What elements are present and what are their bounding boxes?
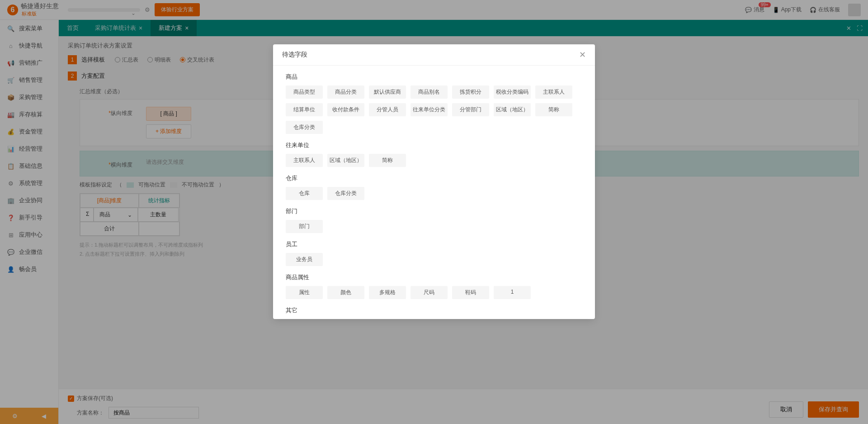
field-chip[interactable]: 简称 <box>535 103 572 116</box>
modal-close-button[interactable]: ✕ <box>579 50 586 60</box>
field-group-title: 商品属性 <box>286 273 582 281</box>
field-chip[interactable]: 区域（地区） <box>327 154 364 167</box>
field-chip[interactable]: 部门 <box>286 220 323 233</box>
field-chip[interactable]: 商品类型 <box>286 86 323 99</box>
field-group-title: 部门 <box>286 207 582 215</box>
field-chip[interactable]: 业务员 <box>286 253 323 266</box>
modal-overlay[interactable]: 待选字段 ✕ 商品商品类型商品分类默认供应商商品别名拣货积分税收分类编码主联系人… <box>0 0 868 424</box>
field-group-title: 往来单位 <box>286 141 582 149</box>
field-group: 员工业务员 <box>286 240 582 266</box>
field-chip[interactable]: 仓库分类 <box>327 187 364 200</box>
field-chip[interactable]: 拣货积分 <box>452 86 489 99</box>
field-chip[interactable]: 分管人员 <box>369 103 406 116</box>
field-chip[interactable]: 鞋码 <box>452 286 489 299</box>
field-chip[interactable]: 主联系人 <box>286 154 323 167</box>
field-chip[interactable]: 多规格 <box>369 286 406 299</box>
modal-body: 商品商品类型商品分类默认供应商商品别名拣货积分税收分类编码主联系人结算单位收付款… <box>273 66 595 319</box>
field-chip[interactable]: 颜色 <box>327 286 364 299</box>
modal-title: 待选字段 <box>282 51 307 59</box>
field-chip[interactable]: 商品别名 <box>410 86 448 99</box>
field-chip[interactable]: 属性 <box>286 286 323 299</box>
field-chip[interactable]: 往来单位分类 <box>410 103 448 116</box>
field-chip[interactable]: 分管部门 <box>452 103 489 116</box>
field-chip[interactable]: 默认供应商 <box>369 86 406 99</box>
field-selector-modal: 待选字段 ✕ 商品商品类型商品分类默认供应商商品别名拣货积分税收分类编码主联系人… <box>273 44 595 319</box>
field-group-title: 员工 <box>286 240 582 248</box>
field-chip[interactable]: 商品分类 <box>327 86 364 99</box>
field-chip[interactable]: 主联系人 <box>535 86 572 99</box>
field-chip[interactable]: 尺码 <box>410 286 448 299</box>
field-group: 往来单位主联系人区域（地区）简称 <box>286 141 582 167</box>
field-group-title: 仓库 <box>286 174 582 182</box>
field-group-title: 商品 <box>286 73 582 81</box>
field-chip[interactable]: 1 <box>494 286 531 299</box>
field-group: 其它单据日期项目 <box>286 306 582 319</box>
field-chip[interactable]: 仓库分类 <box>286 121 323 134</box>
field-group: 商品商品类型商品分类默认供应商商品别名拣货积分税收分类编码主联系人结算单位收付款… <box>286 73 582 134</box>
field-group: 商品属性属性颜色多规格尺码鞋码1 <box>286 273 582 299</box>
field-group-title: 其它 <box>286 306 582 314</box>
field-chip[interactable]: 区域（地区） <box>494 103 531 116</box>
field-chip[interactable]: 结算单位 <box>286 103 323 116</box>
field-group: 部门部门 <box>286 207 582 233</box>
field-chip[interactable]: 税收分类编码 <box>494 86 531 99</box>
field-chip[interactable]: 简称 <box>369 154 406 167</box>
field-chip[interactable]: 仓库 <box>286 187 323 200</box>
field-group: 仓库仓库仓库分类 <box>286 174 582 200</box>
field-chip[interactable]: 收付款条件 <box>327 103 364 116</box>
